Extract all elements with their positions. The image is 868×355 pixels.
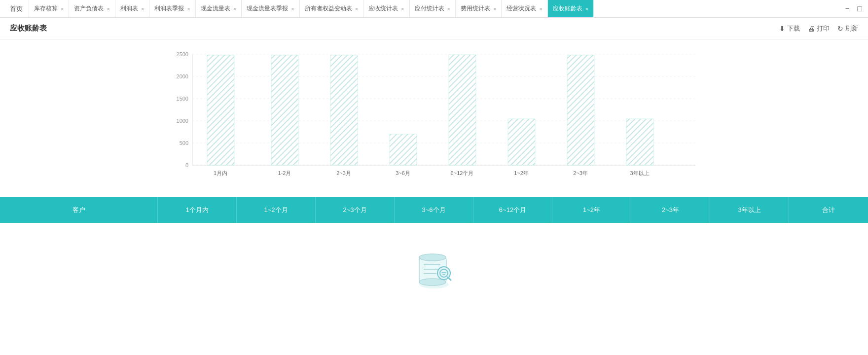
- page-header: 应收账龄表 ⬇ 下载 🖨 打印 ↻ 刷新: [0, 18, 868, 39]
- bar-3-6月: [390, 134, 417, 165]
- chart-wrapper: 0 500 1000 1500 2000 2500: [15, 49, 853, 187]
- tab-bar-actions: － □: [841, 1, 864, 16]
- close-icon[interactable]: ×: [447, 6, 450, 12]
- minimize-button[interactable]: －: [841, 1, 853, 16]
- tab-home[interactable]: 首页: [4, 0, 29, 18]
- tab-inventory[interactable]: 库存核算 ×: [29, 0, 69, 18]
- page-title: 应收账龄表: [10, 24, 47, 33]
- main-content: 0 500 1000 1500 2000 2500: [0, 39, 868, 355]
- maximize-button[interactable]: □: [855, 2, 864, 15]
- svg-text:1月内: 1月内: [214, 170, 227, 176]
- close-icon[interactable]: ×: [493, 6, 496, 12]
- tab-receivable-stat[interactable]: 应收统计表 ×: [363, 0, 409, 18]
- tab-profit-quarterly[interactable]: 利润表季报 ×: [149, 0, 195, 18]
- print-button[interactable]: 🖨 打印: [808, 24, 830, 33]
- close-icon[interactable]: ×: [401, 6, 404, 12]
- tab-cashflow-quarterly[interactable]: 现金流量表季报 ×: [242, 0, 299, 18]
- svg-text:500: 500: [180, 140, 188, 146]
- bar-2-3月: [330, 55, 358, 165]
- download-icon: ⬇: [779, 25, 785, 33]
- svg-text:6~12个月: 6~12个月: [451, 170, 474, 176]
- bar-2-3年: [567, 55, 594, 165]
- bar-1-2年: [508, 119, 535, 165]
- close-icon[interactable]: ×: [539, 6, 542, 12]
- svg-text:2~3年: 2~3年: [573, 170, 588, 176]
- bar-chart: 0 500 1000 1500 2000 2500: [15, 49, 853, 187]
- tab-ar-aging[interactable]: 应收账龄表 ×: [548, 0, 594, 18]
- close-icon[interactable]: ×: [355, 6, 358, 12]
- header-actions: ⬇ 下载 🖨 打印 ↻ 刷新: [779, 24, 858, 33]
- close-icon[interactable]: ×: [233, 6, 236, 12]
- svg-text:1-2月: 1-2月: [278, 170, 291, 176]
- tab-operations[interactable]: 经营状况表 ×: [502, 0, 547, 18]
- tab-payable-stat[interactable]: 应付统计表 ×: [410, 0, 456, 18]
- svg-text:2000: 2000: [177, 73, 188, 79]
- bar-1月内: [207, 55, 234, 165]
- svg-line-33: [448, 277, 451, 280]
- tab-equity[interactable]: 所有者权益变动表 ×: [300, 0, 363, 18]
- tab-cashflow[interactable]: 现金流量表 ×: [196, 0, 242, 18]
- svg-text:2~3月: 2~3月: [336, 170, 351, 176]
- svg-text:1000: 1000: [177, 118, 188, 124]
- print-icon: 🖨: [808, 25, 815, 33]
- bar-1-2月: [271, 55, 298, 165]
- bar-3年以上: [626, 119, 653, 165]
- bar-6-12月: [449, 55, 476, 165]
- svg-point-26: [419, 254, 446, 261]
- refresh-icon: ↻: [837, 25, 843, 33]
- table-header-cell-8: 3年以上: [710, 197, 789, 223]
- svg-text:3~6月: 3~6月: [396, 170, 410, 176]
- table-header-cell-5: 6~12个月: [473, 197, 552, 223]
- table-header-cell-9: 合计: [789, 197, 868, 223]
- close-icon[interactable]: ×: [107, 6, 109, 12]
- close-icon[interactable]: ×: [291, 6, 294, 12]
- tab-expense-stat[interactable]: 费用统计表 ×: [456, 0, 502, 18]
- refresh-button[interactable]: ↻ 刷新: [837, 24, 858, 33]
- table-header-cell-4: 3~6个月: [395, 197, 473, 223]
- empty-icon: [409, 243, 459, 292]
- svg-text:1~2年: 1~2年: [514, 170, 529, 176]
- close-icon[interactable]: ×: [187, 6, 190, 12]
- close-icon-active[interactable]: ×: [585, 6, 588, 12]
- empty-state: [0, 223, 868, 312]
- svg-text:0: 0: [185, 162, 188, 168]
- table-header-cell-3: 2~3个月: [316, 197, 395, 223]
- svg-text:3年以上: 3年以上: [630, 170, 649, 176]
- table-header: 客户1个月内1~2个月2~3个月3~6个月6~12个月1~2年2~3年3年以上合…: [0, 197, 868, 223]
- close-icon[interactable]: ×: [141, 6, 144, 12]
- svg-text:2500: 2500: [177, 51, 188, 57]
- table-header-cell-0: 客户: [0, 197, 158, 223]
- tab-bar: 首页 库存核算 × 资产负债表 × 利润表 × 利润表季报 × 现金流量表 × …: [0, 0, 868, 18]
- tab-profit[interactable]: 利润表 ×: [115, 0, 149, 18]
- table-header-cell-1: 1个月内: [158, 197, 237, 223]
- svg-text:1500: 1500: [177, 96, 188, 102]
- tab-balance[interactable]: 资产负债表 ×: [69, 0, 115, 18]
- table-header-cell-2: 1~2个月: [237, 197, 316, 223]
- table-header-cell-6: 1~2年: [552, 197, 631, 223]
- chart-area: 0 500 1000 1500 2000 2500: [0, 39, 868, 197]
- table-header-cell-7: 2~3年: [631, 197, 710, 223]
- download-button[interactable]: ⬇ 下载: [779, 24, 800, 33]
- close-icon[interactable]: ×: [61, 6, 64, 12]
